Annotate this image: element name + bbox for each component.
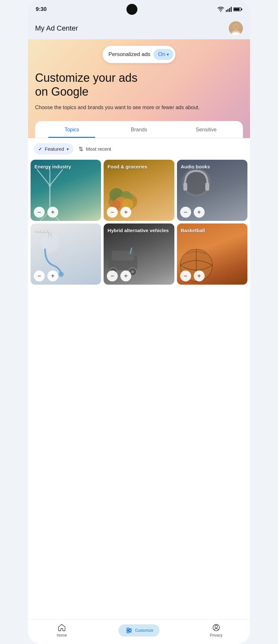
svg-line-14	[50, 169, 63, 185]
wifi-icon	[217, 7, 224, 12]
svg-point-10	[234, 24, 238, 29]
tab-sensitive[interactable]: Sensitive	[172, 121, 240, 138]
privacy-icon	[212, 623, 220, 632]
svg-rect-28	[205, 183, 209, 191]
customize-icon	[125, 626, 133, 635]
topic-actions-audio: − +	[180, 207, 205, 218]
nav-privacy-label: Privacy	[210, 633, 222, 638]
svg-rect-3	[231, 7, 232, 12]
svg-rect-0	[226, 10, 227, 12]
tabs-container: Topics Brands Sensitive	[35, 121, 243, 138]
filter-bar: ✓ Featured ▾ ⇅ Most recent	[28, 138, 250, 160]
app-header: My Ad Center	[28, 17, 250, 39]
more-btn-health[interactable]: +	[47, 270, 58, 281]
topic-card-health[interactable]: Health − +	[31, 223, 101, 285]
most-recent-filter[interactable]: ⇅ Most recent	[79, 146, 111, 153]
more-btn-hybrid[interactable]: +	[120, 270, 131, 281]
hero-heading: Customize your ads on Google	[35, 71, 243, 99]
svg-point-44	[129, 630, 131, 631]
more-btn-food[interactable]: +	[120, 207, 131, 218]
most-recent-label: Most recent	[86, 146, 111, 152]
page-title: My Ad Center	[35, 24, 78, 33]
less-btn-hybrid[interactable]: −	[107, 270, 118, 281]
topic-card-food[interactable]: Food & groceries − +	[104, 160, 174, 221]
hero-subtext: Choose the topics and brands you want to…	[35, 104, 243, 111]
topic-actions-food: − +	[107, 207, 131, 218]
check-icon: ✓	[38, 147, 42, 152]
topic-actions-hybrid: − +	[107, 270, 131, 281]
topic-card-hybrid[interactable]: Hybrid alternative vehicles − +	[104, 223, 174, 285]
less-btn-audio[interactable]: −	[180, 207, 191, 218]
topic-label-hybrid: Hybrid alternative vehicles	[107, 227, 170, 234]
tabs: Topics Brands Sensitive	[35, 121, 243, 138]
featured-label: Featured	[45, 146, 64, 152]
bottom-nav: Home Customize	[28, 619, 250, 644]
tab-brands[interactable]: Brands	[106, 121, 173, 138]
svg-line-13	[37, 169, 50, 185]
hero-section: Personalized ads On ▾ Customize your ads…	[28, 39, 250, 138]
more-btn-energy[interactable]: +	[47, 207, 58, 218]
status-icons	[217, 7, 242, 12]
on-badge-text: On	[158, 51, 165, 58]
less-btn-food[interactable]: −	[107, 207, 118, 218]
avatar[interactable]	[229, 21, 243, 35]
less-btn-health[interactable]: −	[34, 270, 45, 281]
chevron-down-icon: ▾	[167, 52, 169, 57]
svg-rect-6	[234, 8, 240, 11]
topics-grid: Energy industry − +	[28, 160, 250, 287]
svg-point-16	[49, 184, 51, 187]
topic-label-food: Food & groceries	[107, 164, 170, 170]
nav-customize[interactable]: Customize	[118, 624, 160, 637]
featured-filter-chip[interactable]: ✓ Featured ▾	[34, 143, 73, 155]
topic-actions-energy: − +	[34, 207, 58, 218]
battery-icon	[233, 7, 242, 12]
nav-home[interactable]: Home	[51, 623, 73, 638]
topic-label-energy: Energy industry	[34, 164, 97, 170]
svg-rect-2	[229, 8, 230, 12]
status-bar: 9:30	[28, 0, 250, 17]
nav-home-label: Home	[57, 633, 67, 638]
camera-dot	[126, 4, 137, 15]
svg-point-45	[127, 631, 129, 633]
tab-topics[interactable]: Topics	[38, 121, 106, 138]
svg-point-29	[40, 233, 60, 252]
home-icon	[58, 623, 66, 632]
personalized-ads-bar: Personalized ads On ▾	[35, 46, 243, 63]
svg-point-43	[127, 628, 129, 630]
svg-point-30	[59, 272, 64, 277]
svg-rect-5	[241, 9, 242, 10]
svg-point-47	[215, 625, 218, 628]
less-btn-energy[interactable]: −	[34, 207, 45, 218]
svg-rect-27	[183, 183, 187, 191]
phone-shell: 9:30 My Ad Center	[28, 0, 250, 644]
topic-label-health: Health	[34, 227, 97, 234]
topic-card-audio[interactable]: Audio books − +	[177, 160, 247, 221]
chevron-down-icon: ▾	[67, 147, 69, 152]
content-area: ✓ Featured ▾ ⇅ Most recent	[28, 138, 250, 619]
topic-card-basketball[interactable]: Basketball − +	[177, 223, 247, 285]
on-badge[interactable]: On ▾	[153, 49, 173, 60]
status-time: 9:30	[36, 6, 47, 13]
personalized-ads-pill[interactable]: Personalized ads On ▾	[103, 46, 175, 63]
topic-label-basketball: Basketball	[181, 227, 244, 234]
svg-rect-1	[227, 9, 228, 12]
nav-privacy[interactable]: Privacy	[205, 623, 227, 638]
personalized-ads-label: Personalized ads	[108, 51, 150, 58]
topic-actions-health: − +	[34, 270, 58, 281]
nav-customize-label: Customize	[135, 628, 153, 633]
signal-icon	[226, 7, 232, 12]
less-btn-basketball[interactable]: −	[180, 270, 191, 281]
more-btn-audio[interactable]: +	[194, 207, 205, 218]
svg-point-36	[131, 270, 134, 273]
sort-icon: ⇅	[79, 146, 83, 153]
topic-actions-basketball: − +	[180, 270, 205, 281]
topic-label-audio: Audio books	[181, 164, 244, 170]
topic-card-energy[interactable]: Energy industry − +	[31, 160, 101, 221]
more-btn-basketball[interactable]: +	[194, 270, 205, 281]
